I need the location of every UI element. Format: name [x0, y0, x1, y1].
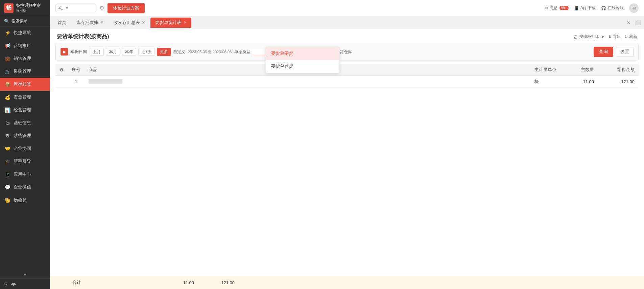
- date-filter-group: 单据日期 上月 本月 本年 近7天 更多 自定义 2023-05-06 至 20…: [71, 48, 232, 56]
- tab-inventory-batch[interactable]: 库存批次账 ✕: [72, 18, 108, 28]
- tab-receipt-summary[interactable]: 收发存汇总表 ✕: [109, 18, 150, 28]
- preset-7days[interactable]: 近7天: [138, 48, 155, 56]
- window-minimize-btn[interactable]: ✕: [625, 19, 633, 26]
- sidebar-item-quick-nav[interactable]: ⚡ 快捷导航: [0, 26, 50, 39]
- sidebar-item-apps[interactable]: 📱 应用中心: [0, 168, 50, 181]
- sidebar-item-label: 快捷导航: [14, 30, 46, 36]
- sidebar-item-label: 畅会员: [14, 197, 46, 203]
- org-selector[interactable]: 41 ▼: [55, 4, 96, 12]
- sidebar-scroll-down[interactable]: ▼: [0, 271, 50, 279]
- tab-requisition-stats-close[interactable]: ✕: [184, 20, 187, 25]
- row-product: [85, 76, 530, 88]
- col-gear[interactable]: ⚙: [55, 64, 68, 76]
- messages-btn[interactable]: ✉ 消息 99+: [545, 5, 569, 11]
- header-settings-icon[interactable]: ⚙: [99, 5, 104, 11]
- sidebar-search[interactable]: 🔍 搜索菜单: [0, 16, 50, 26]
- sidebar-item-marketing[interactable]: 📢 营销推广: [0, 39, 50, 52]
- row-qty: 11.00: [564, 76, 598, 88]
- custom-date-btn[interactable]: 自定义: [173, 49, 185, 55]
- sidebar-item-finance[interactable]: 💰 资金管理: [0, 91, 50, 104]
- app-download-icon: 📱: [574, 6, 579, 10]
- page-header: 要货单统计表(按商品) 🖨 按模板打印 ▼ ⬇ 导出 ↻ 刷新: [50, 29, 644, 43]
- refresh-btn[interactable]: ↻ 刷新: [624, 34, 637, 40]
- tab-bar: 首页 库存批次账 ✕ 收发存汇总表 ✕ 要货单统计表 ✕ ✕ ⬜: [50, 16, 644, 29]
- col-amount-header: 零售金额: [598, 64, 639, 76]
- sidebar-item-label: 销售管理: [14, 55, 46, 62]
- product-placeholder: [89, 79, 122, 84]
- tab-receipt-summary-close[interactable]: ✕: [142, 20, 145, 25]
- tab-inventory-batch-label: 库存批次账: [76, 20, 98, 26]
- sidebar-item-system[interactable]: ⚙ 系统管理: [0, 129, 50, 142]
- sidebar-item-label: 采购管理: [14, 68, 46, 74]
- row-amount: 121.00: [598, 76, 639, 88]
- table-header-row: ⚙ 序号 商品 主计量单位 主数量 零售金额: [55, 64, 639, 76]
- chevron-right-icon: ▶: [63, 49, 66, 54]
- window-expand-btn[interactable]: ⬜: [634, 19, 641, 26]
- quick-nav-icon: ⚡: [4, 30, 11, 36]
- top-header: 41 ▼ ⚙ 体验行业方案 ✉ 消息 99+ 📱 App下载 🎧 在线客服 Ri…: [50, 0, 644, 16]
- sidebar-item-wechat[interactable]: 💬 企业微信: [0, 181, 50, 194]
- preset-this-month[interactable]: 本月: [106, 48, 120, 56]
- sidebar-item-sales[interactable]: 💼 销售管理: [0, 52, 50, 65]
- date-range-display: 2023-05-06 至 2023-06-06: [188, 49, 232, 54]
- system-icon: ⚙: [4, 133, 11, 138]
- tab-home[interactable]: 首页: [53, 18, 71, 28]
- preset-last-month[interactable]: 上月: [90, 48, 104, 56]
- basic-icon: 🗂: [4, 120, 11, 126]
- tab-home-label: 首页: [57, 20, 66, 26]
- online-service-btn[interactable]: 🎧 在线客服: [601, 5, 624, 11]
- trial-button[interactable]: 体验行业方案: [108, 3, 145, 13]
- type-dropdown-popup: 要货单要货 要货单退货: [265, 47, 340, 73]
- messages-icon: ✉: [545, 6, 548, 10]
- export-btn[interactable]: ⬇ 导出: [608, 34, 621, 40]
- sidebar-item-inventory[interactable]: 📦 库存核算: [0, 78, 50, 91]
- tab-inventory-batch-close[interactable]: ✕: [100, 20, 103, 25]
- sidebar-item-operation[interactable]: 📊 经营管理: [0, 104, 50, 116]
- dropdown-item-yh-return[interactable]: 要货单退货: [266, 60, 339, 73]
- row-gear: [55, 76, 68, 88]
- print-template-btn[interactable]: 🖨 按模板打印 ▼: [574, 34, 605, 40]
- refresh-icon: ↻: [624, 35, 628, 39]
- sidebar-item-basic[interactable]: 🗂 基础信息: [0, 116, 50, 129]
- preset-this-year[interactable]: 本年: [122, 48, 136, 56]
- messages-label: 消息: [549, 5, 557, 11]
- sidebar-item-purchase[interactable]: 🛒 采购管理: [0, 65, 50, 78]
- finance-icon: 💰: [4, 94, 11, 100]
- operation-icon: 📊: [4, 107, 11, 113]
- row-unit: 块: [530, 76, 564, 88]
- apps-icon: 📱: [4, 172, 11, 177]
- sidebar-item-label: 经营管理: [14, 107, 46, 113]
- app-download-btn[interactable]: 📱 App下载: [574, 5, 596, 11]
- footer-label: 合计: [55, 280, 160, 286]
- sidebar-item-label: 应用中心: [14, 171, 46, 177]
- tab-requisition-stats[interactable]: 要货单统计表 ✕: [150, 18, 191, 28]
- sidebar-item-label: 新手引导: [14, 158, 46, 164]
- settings-button[interactable]: 设置: [616, 47, 634, 57]
- sidebar-item-enterprise[interactable]: 🤝 企业协同: [0, 142, 50, 155]
- sidebar: 畅 畅捷通好生意 标准版 🔍 搜索菜单 ⚡ 快捷导航 📢 营销推广 💼 销售管理…: [0, 0, 50, 289]
- marketing-icon: 📢: [4, 43, 11, 48]
- header-right: ✉ 消息 99+ 📱 App下载 🎧 在线客服 Rit: [545, 3, 639, 13]
- sidebar-item-guide[interactable]: 🎓 新手引导: [0, 155, 50, 168]
- sidebar-collapse-btn[interactable]: ◀▶: [10, 282, 17, 286]
- sidebar-item-label: 企业微信: [14, 184, 46, 190]
- sidebar-settings-btn[interactable]: ⚙: [4, 282, 8, 286]
- messages-badge: 99+: [559, 6, 569, 10]
- data-table-container: ⚙ 序号 商品 主计量单位 主数量 零售金额 1: [55, 64, 639, 276]
- query-button[interactable]: 查询: [594, 47, 613, 57]
- user-avatar[interactable]: Rit: [629, 3, 639, 13]
- print-label: 按模板打印: [579, 34, 599, 40]
- preset-more-btn[interactable]: 更多: [157, 48, 171, 56]
- table-row: 1 块 11.00 121.00: [55, 76, 639, 88]
- headset-icon: 🎧: [601, 6, 606, 10]
- date-filter-label: 单据日期: [71, 49, 87, 55]
- dropdown-item-yh-order[interactable]: 要货单要货: [266, 47, 339, 60]
- tab-receipt-summary-label: 收发存汇总表: [114, 20, 140, 26]
- sidebar-item-member[interactable]: 👑 畅会员: [0, 194, 50, 206]
- col-num-header: 序号: [68, 64, 85, 76]
- sidebar-item-label: 资金管理: [14, 94, 46, 100]
- logo-icon: 畅: [4, 3, 14, 13]
- org-name: 41: [58, 6, 63, 10]
- filter-expand-btn[interactable]: ▶: [61, 48, 68, 55]
- app-download-label: App下载: [580, 5, 596, 11]
